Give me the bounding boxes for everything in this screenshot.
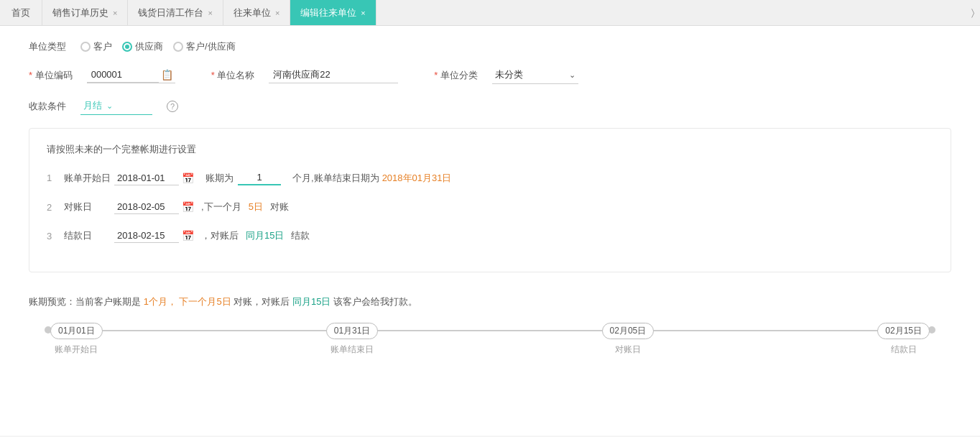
tab-edit-partner-label: 编辑往来单位 <box>300 6 356 19</box>
unit-category-select[interactable]: 未分类 ⌄ <box>492 66 578 84</box>
unit-code-input[interactable] <box>87 67 159 83</box>
reconcile-date-input[interactable] <box>114 200 179 214</box>
timeline-label-3: 对账日 <box>615 344 641 356</box>
tab-partner-units-close[interactable]: × <box>275 9 279 17</box>
timeline-point-1: 01月01日 账单开始日 <box>50 323 103 356</box>
tab-partner-units[interactable]: 往来单位 × <box>223 0 290 25</box>
tab-expand-button[interactable]: 〉 <box>966 0 980 25</box>
start-date-desc-prefix: 账期为 <box>205 172 234 185</box>
timeline-label-2: 账单结束日 <box>330 344 374 356</box>
unit-name-input[interactable] <box>269 68 398 83</box>
reconcile-date-calendar-icon[interactable]: 📅 <box>182 201 194 213</box>
unit-category-label: 单位分类 <box>434 69 478 82</box>
timeline-badge-4: 02月15日 <box>877 323 930 339</box>
unit-info-row: 单位编码 📋 单位名称 单位分类 未分类 ⌄ <box>29 66 951 84</box>
preview-months: 1个月， <box>144 296 177 307</box>
radio-customer-supplier-label: 客户/供应商 <box>186 40 236 53</box>
unit-type-label: 单位类型 <box>29 40 66 53</box>
radio-supplier[interactable]: 供应商 <box>122 40 163 53</box>
unit-category-value: 未分类 <box>495 68 523 81</box>
main-content: 单位类型 客户 供应商 客户/供应商 单位编码 📋 单位名称 单位分类 <box>0 26 980 436</box>
unit-name-label: 单位名称 <box>211 69 255 82</box>
payment-date-input-wrap: 📅 <box>114 229 194 243</box>
radio-customer[interactable]: 客户 <box>80 40 112 53</box>
preview-section: 账期预览：当前客户账期是 1个月， 下一个月5日 对账，对账后 同月15日 该客… <box>29 284 951 363</box>
preview-text: 账期预览：当前客户账期是 1个月， 下一个月5日 对账，对账后 同月15日 该客… <box>29 295 951 308</box>
unit-category-arrow: ⌄ <box>569 70 575 80</box>
timeline-badge-2: 01月31日 <box>326 323 379 339</box>
reconcile-date-label: 对账日 <box>64 201 114 213</box>
start-date-label: 账单开始日 <box>64 172 114 185</box>
timeline: 01月01日 账单开始日 01月31日 账单结束日 02月05日 对账日 02月… <box>29 323 951 356</box>
payment-terms-arrow-icon: ⌄ <box>106 101 113 111</box>
start-date-input-wrap: 📅 <box>114 171 194 185</box>
start-date-input[interactable] <box>114 171 179 185</box>
preview-same-day: 同月15日 <box>292 296 330 307</box>
timeline-points: 01月01日 账单开始日 01月31日 账单结束日 02月05日 对账日 02月… <box>50 323 930 356</box>
payment-terms-select[interactable]: 月结 ⌄ <box>80 97 152 115</box>
timeline-point-2: 01月31日 账单结束日 <box>326 323 379 356</box>
radio-supplier-label: 供应商 <box>135 40 163 53</box>
payment-terms-label: 收款条件 <box>29 100 66 113</box>
tab-sales-history-label: 销售订单历史 <box>52 6 108 19</box>
radio-customer-supplier[interactable]: 客户/供应商 <box>173 40 236 53</box>
tab-bar: 首页 销售订单历史 × 钱货日清工作台 × 往来单位 × 编辑往来单位 × 〉 <box>0 0 980 26</box>
payment-same-month: 同月15日 <box>246 229 284 242</box>
unit-type-radio-group: 客户 供应商 客户/供应商 <box>80 40 236 53</box>
tab-edit-partner[interactable]: 编辑往来单位 × <box>290 0 376 25</box>
row-num-2: 2 <box>47 202 64 213</box>
radio-customer-label: 客户 <box>93 40 112 53</box>
tab-home[interactable]: 首页 <box>0 0 42 25</box>
tab-partner-units-label: 往来单位 <box>234 6 271 19</box>
start-date-desc-suffix: 个月,账单结束日期为 <box>292 172 379 185</box>
timeline-label-4: 结款日 <box>891 344 917 356</box>
timeline-badge-1: 01月01日 <box>50 323 103 339</box>
section-title: 请按照未来的一个完整帐期进行设置 <box>47 143 933 156</box>
preview-prefix: 账期预览：当前客户账期是 <box>29 296 141 307</box>
tab-sales-history-close[interactable]: × <box>113 9 117 17</box>
reconcile-date-input-wrap: 📅 <box>114 200 194 214</box>
month-input[interactable] <box>238 170 281 185</box>
timeline-label-1: 账单开始日 <box>55 344 98 356</box>
preview-next-day: 下一个月5日 <box>179 296 231 307</box>
reconcile-date-row: 2 对账日 📅 ,下一个月5日 对账 <box>47 200 933 214</box>
tab-cash-workbench-label: 钱货日清工作台 <box>138 6 203 19</box>
timeline-point-4: 02月15日 结款日 <box>877 323 930 356</box>
tab-cash-workbench[interactable]: 钱货日清工作台 × <box>128 0 223 25</box>
preview-middle: 对账，对账后 <box>234 296 290 307</box>
row-num-3: 3 <box>47 231 64 242</box>
payment-date-input[interactable] <box>114 229 179 243</box>
payment-date-label: 结款日 <box>64 229 114 242</box>
radio-customer-supplier-circle <box>173 42 183 52</box>
reconcile-day-highlight: 5日 <box>249 201 263 213</box>
unit-code-input-wrap: 📋 <box>87 67 175 83</box>
timeline-point-3: 02月05日 对账日 <box>602 323 655 356</box>
payment-desc-post: 结款 <box>291 229 310 242</box>
payment-date-row: 3 结款日 📅 ，对账后 同月15日 结款 <box>47 229 933 243</box>
tab-sales-history[interactable]: 销售订单历史 × <box>42 0 128 25</box>
reconcile-desc-pre: ,下一个月 <box>201 201 241 213</box>
reconcile-desc-post: 对账 <box>270 201 289 213</box>
help-icon[interactable]: ? <box>167 101 178 112</box>
payment-terms-row: 收款条件 月结 ⌄ ? <box>29 97 951 115</box>
preview-suffix: 该客户会给我打款。 <box>333 296 417 307</box>
unit-type-row: 单位类型 客户 供应商 客户/供应商 <box>29 40 951 53</box>
radio-customer-circle <box>80 42 91 52</box>
timeline-badge-3: 02月05日 <box>602 323 655 339</box>
unit-code-icon[interactable]: 📋 <box>159 69 175 80</box>
unit-code-label: 单位编码 <box>29 69 73 82</box>
payment-date-calendar-icon[interactable]: 📅 <box>182 230 194 242</box>
radio-supplier-circle <box>122 42 132 52</box>
start-date-calendar-icon[interactable]: 📅 <box>182 172 194 184</box>
start-date-row: 1 账单开始日 📅 账期为 个月,账单结束日期为 2018年01月31日 <box>47 170 933 185</box>
period-settings-section: 请按照未来的一个完整帐期进行设置 1 账单开始日 📅 账期为 个月,账单结束日期… <box>29 128 951 272</box>
payment-terms-value: 月结 <box>83 99 102 112</box>
payment-desc-pre: ，对账后 <box>201 229 239 242</box>
tab-cash-workbench-close[interactable]: × <box>208 9 212 17</box>
tab-home-label: 首页 <box>11 6 30 19</box>
end-date-value: 2018年01月31日 <box>382 172 452 185</box>
row-num-1: 1 <box>47 172 64 183</box>
tab-edit-partner-close[interactable]: × <box>361 9 365 17</box>
